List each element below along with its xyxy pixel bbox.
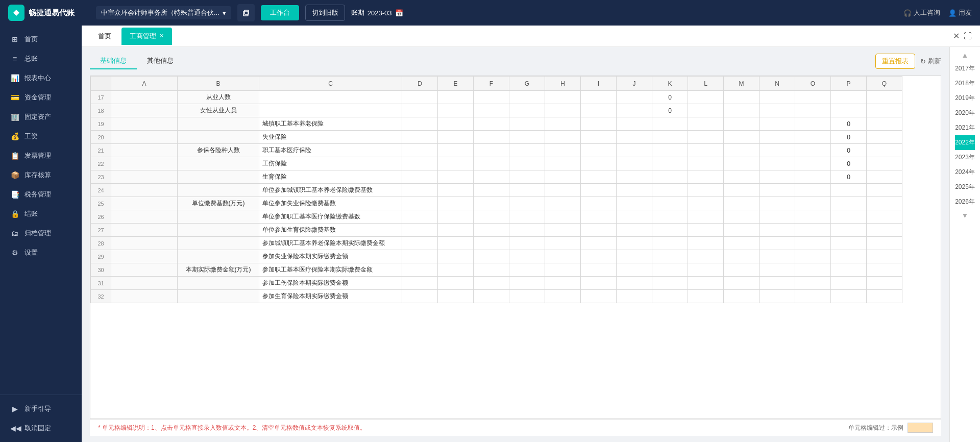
cell-h[interactable]: [545, 131, 581, 144]
cell-e[interactable]: [438, 263, 474, 277]
cell-n[interactable]: [760, 197, 795, 210]
cell-k[interactable]: [652, 197, 688, 210]
col-header-j[interactable]: J: [617, 77, 652, 91]
cell-p[interactable]: [831, 263, 867, 277]
year-item-2021年[interactable]: 2021年: [955, 120, 975, 135]
cell-b[interactable]: [178, 131, 259, 144]
sidebar-item-asset[interactable]: 🏢 固定资产: [0, 107, 82, 127]
cell-l[interactable]: [688, 250, 724, 263]
cell-q[interactable]: [867, 91, 902, 104]
cell-i[interactable]: [581, 131, 617, 144]
sub-tab-other[interactable]: 其他信息: [137, 53, 184, 69]
cell-l[interactable]: [688, 131, 724, 144]
cell-a[interactable]: [111, 224, 178, 237]
cell-i[interactable]: [581, 290, 617, 303]
cell-n[interactable]: [760, 210, 795, 224]
spreadsheet-inner[interactable]: A B C D E F G H I J: [90, 76, 941, 419]
cell-b[interactable]: 女性从业人员: [178, 104, 259, 117]
tab-maximize-btn[interactable]: ⛶: [964, 31, 972, 41]
cell-q[interactable]: [867, 104, 902, 117]
cell-l[interactable]: [688, 197, 724, 210]
cell-q[interactable]: [867, 210, 902, 224]
cell-b[interactable]: [178, 184, 259, 197]
cell-i[interactable]: [581, 250, 617, 263]
cell-k[interactable]: [652, 117, 688, 131]
cell-d[interactable]: [402, 91, 438, 104]
cell-o[interactable]: [795, 224, 831, 237]
cell-p[interactable]: [831, 237, 867, 250]
sidebar-item-report[interactable]: 📊 报表中心: [0, 68, 82, 88]
cell-d[interactable]: [402, 290, 438, 303]
cell-l[interactable]: [688, 157, 724, 170]
sidebar-item-home[interactable]: ⊞ 首页: [0, 30, 82, 49]
cell-n[interactable]: [760, 91, 795, 104]
cell-k[interactable]: [652, 250, 688, 263]
cell-h[interactable]: [545, 104, 581, 117]
cell-o[interactable]: [795, 277, 831, 290]
col-header-e[interactable]: E: [438, 77, 474, 91]
cell-i[interactable]: [581, 237, 617, 250]
cell-q[interactable]: [867, 277, 902, 290]
cell-n[interactable]: [760, 290, 795, 303]
cell-f[interactable]: [474, 131, 509, 144]
sidebar-item-newguide[interactable]: ▶ 新手引导: [0, 399, 82, 419]
cell-b[interactable]: [178, 290, 259, 303]
cell-f[interactable]: [474, 250, 509, 263]
cell-f[interactable]: [474, 237, 509, 250]
cell-c[interactable]: 参加工伤保险本期实际缴费金额: [259, 277, 402, 290]
table-row[interactable]: 17从业人数0: [91, 91, 902, 104]
cell-q[interactable]: [867, 263, 902, 277]
table-row[interactable]: 20失业保险0: [91, 131, 902, 144]
cell-j[interactable]: [617, 224, 652, 237]
cell-q[interactable]: [867, 157, 902, 170]
cell-j[interactable]: [617, 210, 652, 224]
cell-p[interactable]: [831, 91, 867, 104]
cell-c[interactable]: 单位参加失业保险缴费基数: [259, 197, 402, 210]
cell-k[interactable]: [652, 184, 688, 197]
cell-o[interactable]: [795, 210, 831, 224]
cell-h[interactable]: [545, 210, 581, 224]
cell-g[interactable]: [509, 170, 545, 184]
table-row[interactable]: 19城镇职工基本养老保险0: [91, 117, 902, 131]
cell-c[interactable]: 单位参加城镇职工基本养老保险缴费基数: [259, 184, 402, 197]
cell-j[interactable]: [617, 170, 652, 184]
cell-j[interactable]: [617, 197, 652, 210]
cell-o[interactable]: [795, 263, 831, 277]
cell-m[interactable]: [724, 290, 760, 303]
cell-d[interactable]: [402, 237, 438, 250]
cell-m[interactable]: [724, 277, 760, 290]
table-row[interactable]: 24单位参加城镇职工基本养老保险缴费基数: [91, 184, 902, 197]
cell-c[interactable]: 生育保险: [259, 170, 402, 184]
cell-g[interactable]: [509, 184, 545, 197]
cell-l[interactable]: [688, 104, 724, 117]
cell-q[interactable]: [867, 290, 902, 303]
cell-d[interactable]: [402, 131, 438, 144]
tab-home[interactable]: 首页: [90, 28, 119, 45]
cell-b[interactable]: 从业人数: [178, 91, 259, 104]
cell-h[interactable]: [545, 117, 581, 131]
cell-m[interactable]: [724, 170, 760, 184]
sidebar-item-close[interactable]: 🔒 结账: [0, 204, 82, 224]
cell-g[interactable]: [509, 157, 545, 170]
cell-n[interactable]: [760, 117, 795, 131]
cell-g[interactable]: [509, 277, 545, 290]
cell-e[interactable]: [438, 237, 474, 250]
cell-a[interactable]: [111, 184, 178, 197]
year-item-2020年[interactable]: 2020年: [955, 106, 975, 120]
cell-p[interactable]: 0: [831, 131, 867, 144]
cell-g[interactable]: [509, 91, 545, 104]
cell-d[interactable]: [402, 210, 438, 224]
cell-i[interactable]: [581, 210, 617, 224]
cell-m[interactable]: [724, 263, 760, 277]
cell-f[interactable]: [474, 224, 509, 237]
table-row[interactable]: 27单位参加生育保险缴费基数: [91, 224, 902, 237]
cell-a[interactable]: [111, 170, 178, 184]
sidebar-item-salary[interactable]: 💰 工资: [0, 127, 82, 146]
cell-o[interactable]: [795, 104, 831, 117]
cell-n[interactable]: [760, 277, 795, 290]
cell-l[interactable]: [688, 184, 724, 197]
col-header-c[interactable]: C: [259, 77, 402, 91]
cell-c[interactable]: 工伤保险: [259, 157, 402, 170]
cell-l[interactable]: [688, 170, 724, 184]
cell-o[interactable]: [795, 197, 831, 210]
